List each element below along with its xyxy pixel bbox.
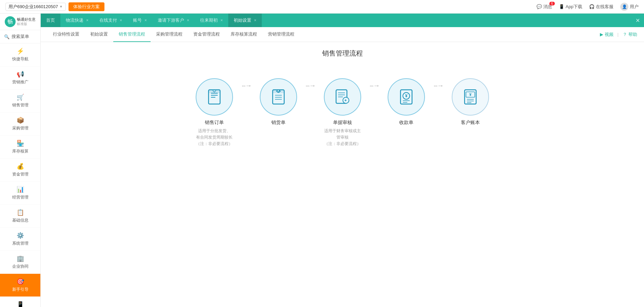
flow-circle-sales-invoice[interactable] bbox=[260, 78, 297, 116]
trial-button[interactable]: 体验行业方案 bbox=[69, 2, 104, 11]
user-selector[interactable]: 用户690企业1660120507 ▼ bbox=[5, 3, 66, 11]
basic-info-icon: 📋 bbox=[17, 209, 24, 216]
sidebar-item-label: 采购管理 bbox=[12, 125, 28, 131]
init-tab-label: 初始设置 bbox=[90, 31, 108, 37]
sidebar-item-sales[interactable]: 🛒 销售管理 bbox=[0, 89, 40, 112]
finance-icon: 💰 bbox=[17, 163, 24, 170]
close-icon[interactable]: × bbox=[144, 18, 147, 23]
sidebar-item-label: 基础信息 bbox=[12, 218, 28, 223]
app-download-item[interactable]: 📱 App下载 bbox=[559, 4, 582, 10]
invoice-icon bbox=[269, 88, 288, 106]
operations-icon: 📊 bbox=[17, 186, 24, 193]
close-icon[interactable]: × bbox=[120, 18, 122, 23]
nav-tab-init-setup[interactable]: 初始设置 × bbox=[228, 14, 262, 27]
sidebar-item-basic-info[interactable]: 📋 基础信息 bbox=[0, 205, 40, 228]
sub-tab-inventory-flow[interactable]: 库存核算流程 bbox=[225, 27, 262, 42]
nav-tab-logistics[interactable]: 物流快递 × bbox=[60, 14, 94, 27]
sidebar-item-purchase[interactable]: 📦 采购管理 bbox=[0, 112, 40, 136]
flow-arrow-4: ···→ bbox=[433, 78, 443, 110]
nav-tab-online-pay[interactable]: 在线支付 × bbox=[94, 14, 128, 27]
close-icon[interactable]: × bbox=[220, 18, 223, 23]
sub-tab-marketing-flow[interactable]: 营销管理流程 bbox=[262, 27, 300, 42]
sales-flow-tab-label: 销售管理流程 bbox=[119, 31, 145, 37]
user-selector-text: 用户690企业1660120507 bbox=[8, 4, 58, 10]
sidebar-item-label: 库存核算 bbox=[12, 148, 28, 154]
flow-item-sales-order: 销售订单 适用于分批发货、有合同发货周期较长（注：非必要流程） bbox=[187, 78, 241, 147]
marketing-icon: 📢 bbox=[17, 70, 24, 78]
sidebar-item-label: 经营管理 bbox=[12, 195, 28, 200]
sub-tab-sales-flow[interactable]: 销售管理流程 bbox=[113, 27, 151, 42]
svg-text:¥: ¥ bbox=[405, 94, 408, 98]
flow-circle-receipt[interactable]: ¥ bbox=[388, 78, 425, 116]
receipt-icon: ¥ bbox=[397, 88, 415, 106]
sidebar-item-enterprise[interactable]: 🏢 企业协同 bbox=[0, 251, 40, 274]
flow-arrow-3: ···→ bbox=[370, 78, 379, 110]
sidebar-item-label: 销售管理 bbox=[12, 102, 28, 108]
close-icon[interactable]: × bbox=[86, 18, 89, 23]
flow-circle-sales-order[interactable] bbox=[196, 78, 233, 116]
message-item[interactable]: 💬 消息 6 bbox=[536, 4, 552, 10]
system-icon: ⚙️ bbox=[17, 232, 24, 239]
top-bar-left: 用户690企业1660120507 ▼ 体验行业方案 bbox=[5, 2, 104, 11]
flow-circle-customer-account[interactable]: ¥ bbox=[452, 78, 489, 116]
close-icon[interactable]: × bbox=[187, 18, 189, 23]
order-icon bbox=[205, 88, 223, 106]
flow-arrow-2: ···→ bbox=[306, 78, 315, 110]
logo-title: 畅通好生意 bbox=[17, 17, 36, 22]
flow-item-sales-invoice: 销货单 bbox=[251, 78, 306, 128]
nav-tab-account[interactable]: 账号 × bbox=[128, 14, 152, 27]
nav-tab-home[interactable]: 首页 bbox=[41, 14, 60, 27]
logo-subtitle: 标准版 bbox=[17, 22, 36, 26]
sub-tabs: 行业特性设置 初始设置 销售管理流程 采购管理流程 资金管理流程 库存核算流程 … bbox=[41, 27, 644, 42]
sidebar-item-label: 资金管理 bbox=[12, 171, 28, 177]
sub-tab-purchase-flow[interactable]: 采购管理流程 bbox=[151, 27, 188, 42]
app-download-label: App下载 bbox=[566, 4, 582, 10]
flow-diagram: 销售订单 适用于分批发货、有合同发货周期较长（注：非必要流程） ···→ bbox=[47, 71, 637, 154]
flow-label-sales-invoice: 销货单 bbox=[271, 120, 286, 126]
review-icon bbox=[333, 88, 352, 106]
user-avatar-item[interactable]: 👤 用户 bbox=[620, 3, 639, 11]
flow-desc-doc-review: 适用于财务审核或主管审核（注：非必要流程） bbox=[324, 128, 361, 147]
sidebar-search[interactable]: 🔍 搜索菜单 bbox=[0, 30, 40, 43]
video-link[interactable]: ▶ 视频 bbox=[600, 32, 613, 38]
video-label: 视频 bbox=[605, 32, 613, 38]
search-label: 搜索菜单 bbox=[12, 34, 29, 40]
svg-rect-4 bbox=[209, 90, 220, 93]
sidebar-item-marketing-promo[interactable]: 📢 营销推广 bbox=[0, 66, 40, 89]
flow-label-customer-account: 客户账本 bbox=[461, 120, 480, 126]
sidebar-item-label: 企业协同 bbox=[12, 264, 28, 269]
chevron-down-icon: ▼ bbox=[59, 5, 63, 8]
svg-text:¥: ¥ bbox=[469, 93, 472, 97]
help-icon: ？ bbox=[623, 32, 627, 38]
sidebar-item-finance[interactable]: 💰 资金管理 bbox=[0, 159, 40, 182]
avatar: 👤 bbox=[620, 3, 628, 11]
sidebar-item-app-center[interactable]: 📱 应用中心 bbox=[0, 297, 40, 307]
main-layout: 畅 畅通好生意 标准版 🔍 搜索菜单 ⚡ 快捷导航 📢 营销推广 🛒 销售管理 … bbox=[0, 14, 644, 307]
sidebar-item-new-guide[interactable]: 🎯 新手引导 bbox=[0, 274, 40, 297]
guide-icon: 🎯 bbox=[17, 278, 24, 285]
account-icon: ¥ bbox=[461, 88, 480, 106]
online-service-item[interactable]: 🎧 在线客服 bbox=[589, 4, 613, 10]
search-icon: 🔍 bbox=[4, 34, 9, 39]
flow-label-receipt: 收款单 bbox=[399, 120, 413, 126]
nav-tab-invite-downstream[interactable]: 邀请下游客户 × bbox=[152, 14, 195, 27]
close-icon[interactable]: × bbox=[254, 18, 256, 23]
sub-tab-industry[interactable]: 行业特性设置 bbox=[47, 27, 85, 42]
sidebar-logo: 畅 畅通好生意 标准版 bbox=[0, 14, 40, 30]
nav-tab-period-init[interactable]: 往来期初 × bbox=[195, 14, 228, 27]
sidebar-item-express[interactable]: ⚡ 快捷导航 bbox=[0, 43, 40, 66]
headset-icon: 🎧 bbox=[589, 4, 594, 9]
sub-tabs-right: ▶ 视频 | ？ 帮助 bbox=[600, 32, 637, 38]
sub-tab-capital-flow[interactable]: 资金管理流程 bbox=[188, 27, 225, 42]
nav-close-all-button[interactable]: ✕ bbox=[631, 14, 644, 27]
sidebar-item-inventory[interactable]: 🏪 库存核算 bbox=[0, 136, 40, 159]
sub-tab-init[interactable]: 初始设置 bbox=[85, 27, 113, 42]
page-title: 销售管理流程 bbox=[47, 49, 637, 58]
sidebar: 畅 畅通好生意 标准版 🔍 搜索菜单 ⚡ 快捷导航 📢 营销推广 🛒 销售管理 … bbox=[0, 14, 41, 307]
help-link[interactable]: ？ 帮助 bbox=[623, 32, 637, 38]
content-area: 首页 物流快递 × 在线支付 × 账号 × 邀请下游客户 × 往来期初 × bbox=[41, 14, 644, 307]
flow-circle-doc-review[interactable] bbox=[324, 78, 361, 116]
logistics-tab-label: 物流快递 bbox=[66, 17, 83, 23]
sidebar-item-system[interactable]: ⚙️ 系统管理 bbox=[0, 228, 40, 251]
sidebar-item-operations[interactable]: 📊 经营管理 bbox=[0, 182, 40, 205]
